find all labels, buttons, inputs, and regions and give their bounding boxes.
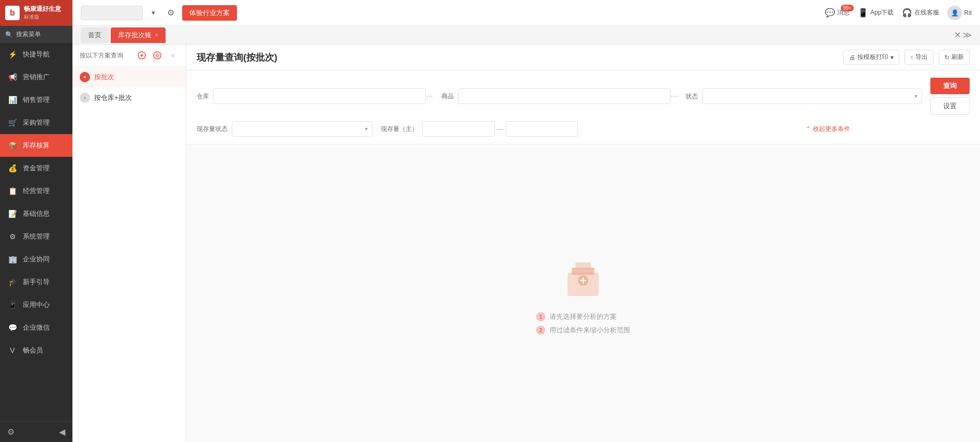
sidebar: b 畅康通好生意 标准版 🔍 搜索菜单 ⚡ 快捷导航 📢 营销推广 📊 销售管理… [0,0,72,442]
refresh-icon: ↻ [944,54,949,61]
nav-label-basic: 基础信息 [23,209,50,218]
close-icon: ✕ [954,30,961,40]
stock-status-arrow: ▾ [365,125,368,132]
print-dropdown-icon: ▾ [890,54,894,61]
app-download-icon: 📱 [858,8,868,18]
sidebar-item-operations[interactable]: 📋 经营管理 [0,180,72,202]
filter-row-2: 现存量状态 ▾ 现存量（主） — ⌃ [197,121,970,137]
collapse-icon: ⌃ [806,125,811,132]
sidebar-item-app-center[interactable]: 📱 应用中心 [0,293,72,316]
nav-label-newbie: 新手引导 [23,277,50,287]
sidebar-item-system[interactable]: ⚙ 系统管理 [0,225,72,248]
product-field: 商品 ··· [441,89,678,104]
add-scheme-btn[interactable] [136,50,147,61]
stock-qty-input-to[interactable] [506,121,578,137]
tip-num-2: 2 [536,326,545,335]
sidebar-item-sales[interactable]: 📊 销售管理 [0,89,72,111]
page-title: 现存量查询(按批次) [197,51,277,64]
sidebar-header: b 畅康通好生意 标准版 [0,0,72,26]
sidebar-item-basic[interactable]: 📝 基础信息 [0,202,72,225]
status-dropdown[interactable]: ▾ [702,89,922,104]
nav-label-enterprise: 企业协同 [23,255,50,264]
tip-text-1: 请先选择要分析的方案 [550,312,617,321]
footer-settings-icon[interactable]: ⚙ [7,427,14,437]
tip-num-1: 1 [536,312,545,321]
page-title-actions: 🖨 按模板打印 ▾ ↑ 导出 ↻ 刷新 [843,50,970,65]
status-dropdown-arrow: ▾ [914,93,917,100]
nav-label-finance: 资金管理 [23,164,50,173]
search-label: 搜索菜单 [16,30,41,39]
left-panel: 按以下方案查询 [72,45,186,442]
sidebar-item-enterprise-wechat[interactable]: 💬 企业微信 [0,316,72,339]
user-avatar: 👤 [947,6,962,20]
page-title-bar: 现存量查询(按批次) 🖨 按模板打印 ▾ ↑ 导出 ↻ 刷新 [186,45,980,70]
finance-icon: 💰 [7,163,18,173]
app-version: 标准版 [24,13,61,21]
svg-point-8 [84,97,86,99]
sidebar-search[interactable]: 🔍 搜索菜单 [0,26,72,43]
sidebar-item-finance[interactable]: 💰 资金管理 [0,157,72,180]
tab-close-btn[interactable]: × [155,32,158,39]
main-content: ▾ ⚙ 体验行业方案 💬 消息 99+ 📱 App下载 🎧 在线客服 👤 [72,0,980,442]
sidebar-item-enterprise[interactable]: 🏢 企业协同 [0,248,72,271]
product-dots[interactable]: ··· [671,92,677,101]
topbar-search-input[interactable] [81,6,143,20]
left-panel-header: 按以下方案查询 [72,45,186,67]
quick-nav-icon: ⚡ [7,49,18,60]
purchase-icon: 🛒 [7,117,18,128]
print-icon: 🖨 [849,54,855,61]
sidebar-item-inventory[interactable]: 📦 库存核算 [0,134,72,157]
empty-state: 1 请先选择要分析的方案 2 用过滤条件来缩小分析范围 [536,252,630,335]
product-label: 商品 [441,92,454,101]
sidebar-item-newbie[interactable]: 🎓 新手引导 [0,271,72,293]
nav-label-purchase: 采购管理 [23,118,50,127]
sidebar-item-member[interactable]: V 畅会员 [0,339,72,362]
print-btn[interactable]: 🖨 按模板打印 ▾ [843,50,899,65]
sidebar-collapse-icon[interactable]: ◀ [59,427,65,437]
scheme-by-warehouse-batch[interactable]: 按仓库+批次 [72,87,186,108]
topbar-breadcrumb-area: ▾ ⚙ 体验行业方案 [81,5,820,21]
sidebar-item-quick-nav[interactable]: ⚡ 快捷导航 [0,43,72,66]
collapse-filter-btn[interactable]: ⌃ 收起更多条件 [806,125,850,134]
stock-status-field: 现存量状态 ▾ [197,121,373,137]
app-title-block: 畅康通好生意 标准版 [24,5,61,21]
experience-btn[interactable]: 体验行业方案 [182,5,237,21]
app-download-label: App下载 [870,8,894,17]
query-btn[interactable]: 查询 [930,78,970,94]
message-btn[interactable]: 💬 消息 99+ [825,8,850,18]
refresh-btn[interactable]: ↻ 刷新 [939,50,970,65]
user-info-btn[interactable]: 👤 Rit [947,6,972,20]
stock-status-dropdown[interactable]: ▾ [232,121,373,137]
panel-collapse-btn[interactable]: « [167,50,179,61]
filter-area: 仓库 ··· 商品 ··· 状态 ▾ [186,70,980,144]
stock-qty-input-from[interactable] [422,121,495,137]
nav-label-inventory: 库存核算 [23,141,50,150]
product-input[interactable] [458,89,671,104]
sidebar-item-purchase[interactable]: 🛒 采购管理 [0,111,72,134]
topbar-gear-icon[interactable]: ⚙ [164,6,178,20]
app-name: 畅康通好生意 [24,5,61,13]
tab-sidebar-close-btn[interactable]: ✕ ≫ [954,30,972,40]
online-support-btn[interactable]: 🎧 在线客服 [902,8,939,18]
newbie-icon: 🎓 [7,277,18,287]
online-support-label: 在线客服 [914,8,939,17]
tab-home[interactable]: 首页 [81,27,109,43]
member-icon: V [7,345,18,356]
export-btn[interactable]: ↑ 导出 [904,50,933,65]
svg-point-3 [154,52,161,59]
nav-label-operations: 经营管理 [23,186,50,196]
empty-tips: 1 请先选择要分析的方案 2 用过滤条件来缩小分析范围 [536,312,630,335]
tab-inventory-batch[interactable]: 库存批次账 × [111,27,166,43]
sidebar-item-marketing[interactable]: 📢 营销推广 [0,66,72,89]
warehouse-input[interactable] [213,89,426,104]
warehouse-dots[interactable]: ··· [426,92,433,101]
stock-qty-label: 现存量（主） [381,125,418,134]
scheme-settings-btn[interactable] [152,50,163,61]
scheme-by-batch[interactable]: 按批次 [72,67,186,87]
nav-label-system: 系统管理 [23,232,50,241]
settings-btn[interactable]: 设置 [930,97,970,115]
app-download-btn[interactable]: 📱 App下载 [858,8,894,18]
message-badge: 99+ [841,5,854,11]
tab-bar: 首页 库存批次账 × ✕ ≫ [72,26,980,45]
topbar-dropdown-btn[interactable]: ▾ [147,7,159,19]
